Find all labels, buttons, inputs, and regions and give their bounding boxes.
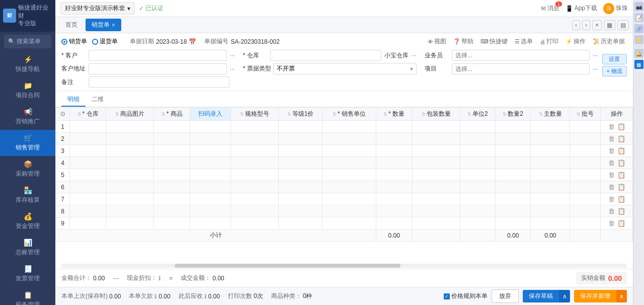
add-logistics-button[interactable]: + 物流 xyxy=(602,66,627,77)
form-area: 销货单 退货单 单据日期 2023-03-18 📅 单据编号 SA-202303… xyxy=(55,33,633,91)
abandon-button[interactable]: 放弃 xyxy=(492,289,519,303)
bottom-summary: 金额合计： 0.00 — 现金折扣： ℹ = 成交金额： 0.00 实销金额 0… xyxy=(55,269,633,287)
tab-home[interactable]: 首页 xyxy=(59,19,84,31)
address-input[interactable] xyxy=(89,63,227,74)
date-field: 单据日期 2023-03-18 📅 xyxy=(130,37,196,46)
receivable-help-icon[interactable]: ℹ xyxy=(204,293,207,300)
scrollbar-thumb[interactable] xyxy=(175,264,401,268)
sidebar-item-project[interactable]: 📁 项目合同 xyxy=(0,78,55,104)
message-badge: 1 xyxy=(555,2,562,7)
sidebar-item-marketing[interactable]: 📢 营销推广 xyxy=(0,104,55,130)
delete-row-button[interactable]: 🗑 xyxy=(608,171,615,179)
delete-row-button[interactable]: 🗑 xyxy=(608,122,615,131)
copy-row-button[interactable]: 📋 xyxy=(617,207,626,215)
topbar-right: ✉ 消息 1 📱 App下载 珠 珠珠 xyxy=(541,3,628,14)
settings-icon[interactable]: ⚙ xyxy=(60,110,66,118)
panel-star-button[interactable]: ⭐ xyxy=(634,35,643,44)
salesperson-input[interactable] xyxy=(452,50,590,61)
help-button[interactable]: ❓ 帮助 xyxy=(451,36,475,47)
project-input[interactable] xyxy=(452,63,590,74)
warehouse-picker[interactable]: ··· xyxy=(412,52,417,59)
equals-sign: = xyxy=(169,275,173,282)
customer-picker[interactable]: ··· xyxy=(230,52,235,59)
tab-close-icon[interactable]: × xyxy=(112,22,115,29)
user-avatar[interactable]: 珠 珠珠 xyxy=(603,3,628,14)
radio-return[interactable]: 退货单 xyxy=(92,37,118,46)
copy-row-button[interactable]: 📋 xyxy=(617,134,626,143)
tab-prev-button[interactable]: ‹ xyxy=(572,20,580,30)
th-warehouse: ⇅* 仓库 xyxy=(70,108,106,121)
delete-row-button[interactable]: 🗑 xyxy=(608,159,615,167)
copy-row-button[interactable]: 📋 xyxy=(617,195,626,203)
copy-row-button[interactable]: 📋 xyxy=(617,146,626,155)
tab-detail[interactable]: 明细 xyxy=(61,93,86,107)
th-ops: 操作 xyxy=(601,108,633,121)
panel-camera-button[interactable]: 📷 xyxy=(634,2,643,11)
panel-note-button[interactable]: 📝 xyxy=(634,13,643,22)
message-button[interactable]: ✉ 消息 1 xyxy=(541,4,559,13)
history-button[interactable]: 📜 历史单据 xyxy=(591,36,627,47)
view-button[interactable]: 👁 视图 xyxy=(426,36,448,47)
sidebar-item-inventory[interactable]: 🏪 库存核算 xyxy=(0,182,55,208)
chevron-down-icon: ▾ xyxy=(127,5,130,12)
radio-sales[interactable]: 销货单 xyxy=(61,37,87,46)
table-scroll[interactable]: ⚙ ⇅* 仓库 ⇅商品图片 ⇅* 商品 扫码录入 ⇅规格型号 ⇅等级1价 ⇅* … xyxy=(55,107,633,263)
address-picker[interactable]: ··· xyxy=(230,65,235,72)
shortcut-button[interactable]: ⌨ 快捷键 xyxy=(478,36,510,47)
customer-input[interactable] xyxy=(89,50,227,61)
save-draft-arrow-button[interactable]: ∧ xyxy=(559,290,570,302)
sidebar-item-finance[interactable]: 💰 资金管理 xyxy=(0,208,55,235)
tab-close-button[interactable]: × xyxy=(592,20,602,30)
sidebar-item-quick-nav[interactable]: ⚡ 快捷导航 xyxy=(0,51,55,78)
operate-button[interactable]: ⚡ 操作 xyxy=(564,36,588,47)
table-row: 6🗑📋 xyxy=(56,181,633,193)
tab-grid2-button[interactable]: ▤ xyxy=(617,20,629,30)
avatar: 珠 xyxy=(603,3,614,14)
sidebar-item-accounting[interactable]: 📊 总账管理 xyxy=(0,235,55,261)
panel-notify-button[interactable]: 🔔 xyxy=(634,49,643,58)
select-button[interactable]: ☰ 选单 xyxy=(513,36,535,47)
copy-row-button[interactable]: 📋 xyxy=(617,159,626,167)
save-new-arrow-button[interactable]: ∧ xyxy=(616,290,627,302)
tab-grid1-button[interactable]: ▦ xyxy=(604,20,615,30)
horizontal-scrollbar[interactable] xyxy=(61,264,627,268)
tab-2d[interactable]: 二维 xyxy=(86,93,110,107)
tax-icon: 📋 xyxy=(24,291,32,299)
panel-grid-button[interactable]: ▦ xyxy=(634,60,643,69)
th-settings[interactable]: ⚙ xyxy=(56,108,70,121)
warehouse-input[interactable] xyxy=(270,50,381,61)
sidebar-item-purchase[interactable]: 📦 采购管理 xyxy=(0,156,55,182)
delete-row-button[interactable]: 🗑 xyxy=(608,195,615,203)
tab-next-button[interactable]: › xyxy=(582,20,590,30)
delete-row-button[interactable]: 🗑 xyxy=(608,134,615,143)
copy-row-button[interactable]: 📋 xyxy=(617,122,626,131)
discount-help-icon[interactable]: ℹ xyxy=(158,275,161,282)
invoice-select[interactable]: 不开票 ▾ xyxy=(273,63,417,74)
sidebar-item-tax[interactable]: 📋 税务管理 xyxy=(0,287,55,305)
delete-row-button[interactable]: 🗑 xyxy=(608,183,615,191)
setup-button[interactable]: 设置 xyxy=(602,54,627,64)
copy-row-button[interactable]: 📋 xyxy=(617,219,626,227)
remark-input[interactable] xyxy=(89,77,229,88)
app-download-button[interactable]: 📱 App下载 xyxy=(566,4,597,13)
search-menu-button[interactable]: 🔍 搜索菜单 xyxy=(4,35,51,48)
sidebar-item-invoice[interactable]: 🧾 发票管理 xyxy=(0,261,55,287)
copy-row-button[interactable]: 📋 xyxy=(617,171,626,179)
save-draft-button[interactable]: 保存草稿 xyxy=(523,290,559,302)
tab-sales-order[interactable]: 销货单 × xyxy=(86,19,121,31)
price-rule-checkbox[interactable]: ✓ 价格规则本单 xyxy=(444,292,488,300)
save-new-button[interactable]: 保存并新增 xyxy=(574,290,616,302)
delete-row-button[interactable]: 🗑 xyxy=(608,207,615,215)
print-button[interactable]: 🖨 打印 xyxy=(538,36,560,47)
company-selector[interactable]: 好业财专业版演示帐套 ▾ xyxy=(60,2,135,15)
delete-row-button[interactable]: 🗑 xyxy=(608,146,615,155)
panel-link-button[interactable]: 🔗 xyxy=(634,24,643,33)
total-row: 小计 0.00 0.00 0.00 xyxy=(56,230,633,242)
delete-row-button[interactable]: 🗑 xyxy=(608,219,615,227)
copy-row-button[interactable]: 📋 xyxy=(617,183,626,191)
calendar-icon[interactable]: 📅 xyxy=(189,38,196,45)
sidebar-item-sales[interactable]: 🛒 销售管理 xyxy=(0,130,55,156)
project-picker[interactable]: ··· xyxy=(593,65,598,72)
arrears-help-icon[interactable]: ℹ xyxy=(154,293,157,300)
salesperson-picker[interactable]: ··· xyxy=(593,52,598,59)
